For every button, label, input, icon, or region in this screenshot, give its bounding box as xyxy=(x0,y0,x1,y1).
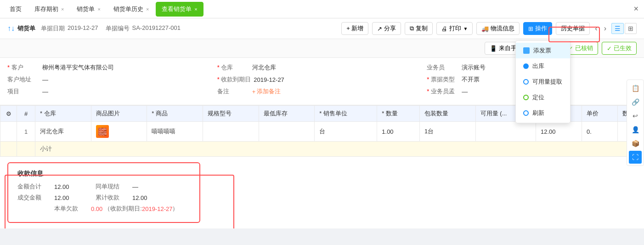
project-field: 项目 — xyxy=(7,87,217,96)
history-button[interactable]: 历史单据 xyxy=(556,22,590,35)
print-icon: 🖨 xyxy=(441,25,447,32)
dropdown-item-available-label: 可用量提取 xyxy=(532,78,562,86)
tab-view-sales[interactable]: 查看销货单 × xyxy=(156,2,203,17)
add-note-label: 添加备注 xyxy=(257,87,281,96)
tab-home-label: 首页 xyxy=(10,5,22,13)
col-product: * 商品 xyxy=(147,106,203,122)
effective-label: 已生效 xyxy=(614,44,632,52)
dropdown-item-available[interactable]: 可用量提取 xyxy=(516,74,570,90)
cumulative-label: 累计收款 xyxy=(96,194,132,202)
deal-value: 12.00 xyxy=(54,194,82,201)
warehouse-field: 仓库 河北仓库 xyxy=(217,63,427,72)
dropdown-item-locate[interactable]: 定位 xyxy=(516,90,570,105)
tab-inventory[interactable]: 库存期初 × xyxy=(28,2,70,17)
cell-product: 嘻嘻嘻嘻 xyxy=(147,122,203,142)
right-sidebar: 📋 🔗 ↩ 👤 📦 ⛶ xyxy=(627,80,644,166)
cell-image: 🧱 xyxy=(91,122,147,142)
customer-value: 柳州粤港平安气体有限公司 xyxy=(42,63,114,72)
staff2-value: — xyxy=(462,88,468,95)
owed-label: 本单欠款 xyxy=(54,205,91,213)
doc-title: ↑↓ 销货单 xyxy=(7,24,35,33)
new-button[interactable]: + 新增 xyxy=(341,22,368,35)
doc-header: ↑↓ 销货单 单据日期 2019-12-27 单据编号 SA-20191227-… xyxy=(0,18,644,39)
tab-sales-close[interactable]: × xyxy=(97,6,100,12)
col-min-stock: 最低库存 xyxy=(259,106,315,122)
owed-note: （收款到期日: xyxy=(104,205,142,213)
address-value: — xyxy=(42,76,48,83)
phone-icon: 📱 xyxy=(490,45,497,52)
sidebar-icon-6[interactable]: ⛶ xyxy=(629,151,642,164)
sidebar-icon-5[interactable]: 📦 xyxy=(629,137,642,150)
window-close-button[interactable]: × xyxy=(632,2,640,16)
next-button[interactable]: › xyxy=(603,24,608,33)
dropdown-item-invoice[interactable]: 添发票 xyxy=(516,43,570,58)
available-icon xyxy=(523,79,529,85)
table-row: 1 河北仓库 🧱 嘻嘻嘻嘻 台 1.00 1台 12.00 0. xyxy=(0,122,644,142)
project-label: 项目 xyxy=(7,87,40,96)
add-note-button[interactable]: + 添加备注 xyxy=(252,87,281,96)
operate-label: 操作 xyxy=(535,24,547,33)
customer-label: 客户 xyxy=(7,63,40,72)
staff2-label: 业务员孟 xyxy=(427,87,459,96)
dropdown-item-locate-label: 定位 xyxy=(532,93,544,102)
note-label: 备注 xyxy=(217,87,249,96)
history-label: 历史单据 xyxy=(561,24,585,33)
outbound-icon xyxy=(523,63,529,69)
logistics-button[interactable]: 🚚 物流信息 xyxy=(476,22,520,35)
ticket-type-value: 不开票 xyxy=(462,75,480,84)
sidebar-icon-3[interactable]: ↩ xyxy=(629,109,642,122)
doc-title-icon: ↑↓ xyxy=(7,24,15,33)
dropdown-item-outbound[interactable]: 出库 xyxy=(516,58,570,74)
col-pack-qty: 包装数量 xyxy=(420,106,476,122)
tab-sales-history[interactable]: 销货单历史 × xyxy=(107,2,155,17)
tab-inventory-close[interactable]: × xyxy=(61,6,64,12)
cell-available xyxy=(475,122,536,142)
address-field: 客户地址 — xyxy=(7,75,217,84)
cell-warehouse: 河北仓库 xyxy=(35,122,91,142)
sidebar-icon-1[interactable]: 📋 xyxy=(629,82,642,95)
doc-title-text: 销货单 xyxy=(17,24,35,33)
list-view-button[interactable]: ☰ xyxy=(611,23,624,34)
share-label: 分享 xyxy=(384,24,396,33)
sidebar-icon-2[interactable]: 🔗 xyxy=(629,96,642,108)
copy-button[interactable]: ⧉ 复制 xyxy=(405,22,433,35)
cell-stock: 12.00 xyxy=(536,122,582,142)
col-image: 商品图片 xyxy=(91,106,147,122)
prev-button[interactable]: ‹ xyxy=(593,24,599,33)
sidebar-icon-4[interactable]: 👤 xyxy=(629,123,642,136)
cell-spec xyxy=(203,122,259,142)
payment-info: 收款信息 金额合计 12.00 同单现结 — 成交金额 12.00 累计收款 1… xyxy=(7,162,200,223)
tab-home[interactable]: 首页 xyxy=(4,2,28,17)
confirm-label: 已核销 xyxy=(575,44,593,52)
tab-view-sales-label: 查看销货单 xyxy=(162,5,192,13)
doc-date-label: 单据日期 xyxy=(41,24,65,33)
print-label: 打印 xyxy=(449,24,461,33)
payment-row-1: 金额合计 12.00 同单现结 — xyxy=(17,182,190,191)
col-gear[interactable]: ⚙ xyxy=(0,106,17,122)
owed-date: 2019-12-27 xyxy=(142,205,173,212)
subtotal-row: 小计 xyxy=(0,142,644,157)
operate-button[interactable]: ⊞ 操作 xyxy=(523,22,552,35)
tab-sales-history-close[interactable]: × xyxy=(146,6,149,12)
cell-gear xyxy=(0,122,17,142)
effective-button[interactable]: ✓ 已生效 xyxy=(602,42,637,55)
staff-label: 业务员 xyxy=(427,63,459,72)
project-value: — xyxy=(42,88,48,95)
cell-num: 1 xyxy=(17,122,35,142)
print-button[interactable]: 🖨 打印 ▼ xyxy=(436,22,473,35)
address-label: 客户地址 xyxy=(7,75,40,84)
same-order-value: — xyxy=(132,183,138,190)
col-price: 单价 xyxy=(582,106,617,122)
product-thumbnail: 🧱 xyxy=(96,125,109,138)
dropdown-item-refresh-label: 刷新 xyxy=(532,109,544,117)
dropdown-item-refresh[interactable]: 刷新 xyxy=(516,105,570,121)
cell-pack-qty: 1台 xyxy=(420,122,476,142)
grid-view-button[interactable]: ⊞ xyxy=(625,23,637,34)
due-date-value: 2019-12-27 xyxy=(254,76,284,83)
tab-view-sales-close[interactable]: × xyxy=(194,6,197,12)
share-button[interactable]: ↗ 分享 xyxy=(372,22,401,35)
tab-sales[interactable]: 销货单 × xyxy=(71,2,106,17)
doc-no-field: 单据编号 SA-20191227-001 xyxy=(106,24,181,33)
deal-label: 成交金额 xyxy=(17,194,54,202)
col-warehouse: * 仓库 xyxy=(35,106,91,122)
